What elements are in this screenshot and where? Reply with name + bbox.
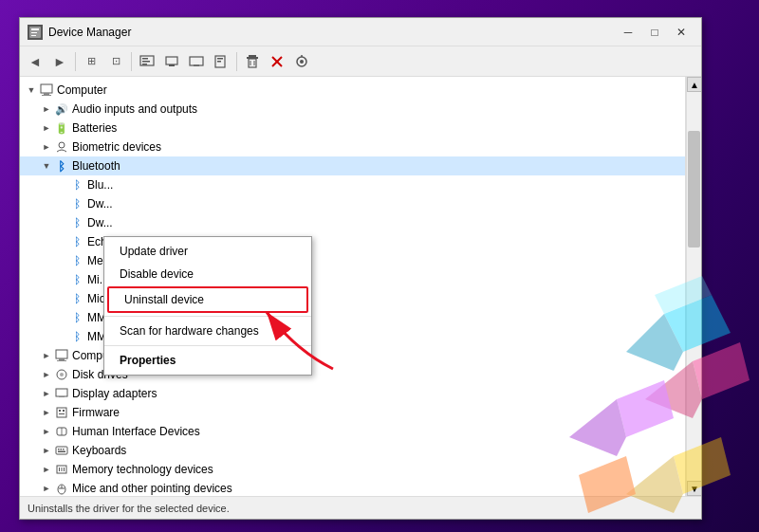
- svg-rect-15: [249, 55, 256, 57]
- ctx-update-driver[interactable]: Update driver: [104, 240, 311, 263]
- bluetooth-icon: ᛒ: [54, 158, 69, 174]
- mice-icon: [54, 481, 69, 496]
- bt6-icon: ᛒ: [69, 272, 84, 287]
- tree-item-biometric[interactable]: ► Biometric devices: [20, 138, 685, 156]
- tree-item-display[interactable]: ► Display adapters: [20, 384, 685, 403]
- svg-rect-36: [57, 408, 66, 417]
- memory-label: Memory technology devices: [72, 463, 213, 476]
- expand-icon-bt1: [54, 177, 69, 193]
- audio-label: Audio inputs and outputs: [72, 102, 197, 116]
- svg-rect-37: [59, 410, 61, 412]
- svg-rect-2: [31, 32, 37, 33]
- scroll-up-button[interactable]: ▲: [687, 77, 701, 92]
- toolbar-btn-4[interactable]: [160, 50, 183, 73]
- tree-item-audio[interactable]: ► 🔊 Audio inputs and outputs: [20, 100, 685, 119]
- svg-rect-29: [56, 350, 67, 358]
- bt2-label: Dw...: [87, 197, 113, 211]
- toolbar-btn-1[interactable]: ⊞: [80, 50, 102, 73]
- expand-icon-bt7: [54, 291, 69, 306]
- svg-rect-7: [142, 64, 147, 65]
- svg-rect-38: [63, 410, 65, 412]
- tree-item-firmware[interactable]: ► Firmware: [20, 403, 685, 422]
- scroll-track[interactable]: [687, 92, 701, 481]
- tree-root[interactable]: ▼ Computer: [20, 81, 685, 100]
- toolbar-separator-1: [75, 52, 76, 71]
- biometric-icon: [54, 139, 69, 155]
- tree-item-mice[interactable]: ► Mice and other pointing devices: [20, 479, 685, 496]
- ctx-uninstall-highlight: Uninstall device: [107, 286, 308, 313]
- minimize-button[interactable]: ─: [616, 23, 640, 42]
- device-tree[interactable]: ▼ Computer ► 🔊 Audio inputs and outputs …: [20, 77, 686, 496]
- computer-icon: [39, 83, 54, 98]
- mice-label: Mice and other pointing devices: [72, 482, 232, 495]
- back-button[interactable]: ◄: [24, 50, 46, 73]
- bt1-icon: ᛒ: [69, 177, 84, 193]
- expand-icon-hid: ►: [39, 424, 54, 439]
- svg-rect-17: [249, 59, 256, 67]
- memory-icon: [54, 462, 69, 477]
- display-label: Display adapters: [72, 387, 157, 400]
- context-menu: Update driver Disable device Uninstall d…: [103, 236, 312, 376]
- toolbar-btn-6[interactable]: [210, 50, 232, 73]
- expand-icon-batteries: ►: [39, 120, 54, 136]
- delete-btn[interactable]: [266, 50, 288, 73]
- display-icon: [54, 386, 69, 401]
- batteries-icon: 🔋: [54, 120, 69, 136]
- tree-item-hid[interactable]: ► Human Interface Devices: [20, 422, 685, 441]
- bt1-label: Blu...: [87, 178, 113, 192]
- tree-item-keyboards[interactable]: ► Keyboards: [20, 441, 685, 460]
- scan-btn[interactable]: [290, 50, 313, 73]
- disk-icon: [54, 367, 69, 382]
- expand-icon: ▼: [24, 83, 39, 98]
- toolbar-btn-5[interactable]: [185, 50, 208, 73]
- ctx-properties[interactable]: Properties: [104, 349, 311, 372]
- scroll-down-button[interactable]: ▼: [687, 481, 701, 496]
- firmware-icon: [54, 405, 69, 420]
- expand-icon-bluetooth: ▼: [39, 158, 54, 174]
- computer-sub-icon: [54, 348, 69, 363]
- svg-rect-45: [63, 449, 65, 450]
- hid-label: Human Interface Devices: [72, 425, 200, 438]
- forward-button[interactable]: ►: [48, 50, 71, 73]
- expand-icon-bt3: [54, 215, 69, 230]
- ctx-uninstall-device[interactable]: Uninstall device: [109, 288, 306, 311]
- tree-item-bt3[interactable]: ᛒ Dw...: [20, 213, 685, 232]
- svg-point-33: [60, 373, 64, 376]
- close-button[interactable]: ✕: [669, 23, 694, 42]
- svg-rect-13: [217, 58, 223, 60]
- svg-rect-35: [59, 396, 65, 397]
- tree-item-bluetooth[interactable]: ▼ ᛒ Bluetooth: [20, 156, 685, 175]
- hid-icon: [54, 424, 69, 439]
- svg-rect-3: [31, 35, 36, 36]
- vertical-scrollbar[interactable]: ▲ ▼: [686, 77, 701, 496]
- svg-rect-5: [142, 58, 148, 60]
- tree-item-bt1[interactable]: ᛒ Blu...: [20, 175, 685, 194]
- svg-rect-39: [59, 413, 65, 414]
- expand-icon-bt4: [54, 234, 69, 249]
- bt5-icon: ᛒ: [69, 253, 84, 268]
- svg-rect-34: [56, 389, 67, 396]
- svg-point-28: [59, 142, 65, 148]
- expand-icon-firmware: ►: [39, 405, 54, 420]
- tree-item-memory[interactable]: ► Memory technology devices: [20, 460, 685, 479]
- tree-item-batteries[interactable]: ► 🔋 Batteries: [20, 119, 685, 138]
- toolbar-separator-3: [236, 52, 237, 71]
- toolbar-btn-2[interactable]: ⊡: [104, 50, 127, 73]
- ctx-disable-device[interactable]: Disable device: [104, 263, 311, 285]
- svg-rect-50: [64, 468, 65, 471]
- bt7-icon: ᛒ: [69, 291, 84, 306]
- ctx-scan-hardware[interactable]: Scan for hardware changes: [104, 320, 311, 342]
- toolbar-btn-3[interactable]: [136, 50, 158, 73]
- svg-rect-49: [62, 468, 63, 471]
- svg-rect-25: [41, 84, 52, 93]
- firmware-label: Firmware: [72, 406, 120, 419]
- tree-item-bt2[interactable]: ᛒ Dw...: [20, 194, 685, 213]
- maximize-button[interactable]: □: [642, 23, 667, 42]
- expand-icon-bt2: [54, 196, 69, 211]
- biometric-label: Biometric devices: [72, 140, 161, 154]
- bt2-icon: ᛒ: [69, 196, 84, 211]
- scroll-thumb[interactable]: [688, 131, 700, 248]
- uninstall-btn[interactable]: [241, 50, 264, 73]
- expand-icon-bt5: [54, 253, 69, 268]
- svg-rect-30: [59, 358, 65, 360]
